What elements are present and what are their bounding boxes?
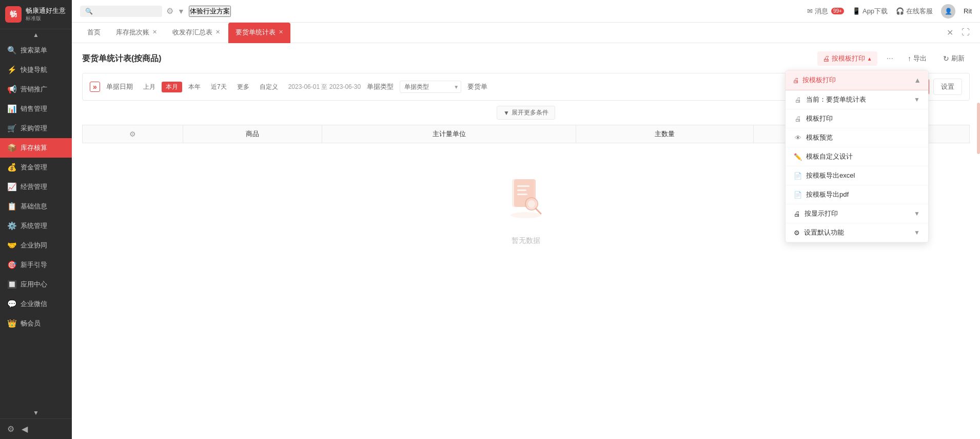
export-btn-label: 导出 (913, 54, 927, 63)
refresh-icon: ↻ (943, 54, 949, 63)
sidebar-item-label: 基础信息 (21, 202, 47, 211)
operations-icon: 📈 (7, 182, 16, 192)
app-download-btn[interactable]: 📱 App下载 (852, 7, 888, 16)
topbar-search[interactable]: 🔍 (80, 6, 162, 17)
table-col-unit-label: 主计量单位 (433, 130, 466, 138)
sidebar-item-search[interactable]: 🔍 搜索菜单 (0, 41, 72, 60)
svg-line-8 (536, 208, 541, 214)
dropdown-close-btn[interactable]: ▲ (914, 76, 921, 84)
sidebar-item-system[interactable]: ⚙️ 系统管理 (0, 216, 72, 236)
user-avatar[interactable]: 👤 (941, 4, 955, 18)
scroll-indicator[interactable] (977, 103, 980, 154)
sidebar-collapse-icon[interactable]: ◀ (22, 424, 28, 434)
filter-type-select[interactable]: 单据类型 (400, 81, 461, 93)
filter-date-this-year[interactable]: 本年 (184, 82, 205, 92)
sidebar-scroll-down[interactable]: ▼ (0, 407, 72, 418)
basic-icon: 📋 (7, 202, 16, 211)
dropdown-export-excel[interactable]: 📄 按模板导出excel (786, 166, 928, 185)
filter-date-last-month[interactable]: 上月 (139, 82, 160, 92)
filter-date-this-month[interactable]: 本月 (162, 82, 182, 92)
filter-date-btns: 上月 本月 本年 近7天 更多 自定义 (139, 82, 282, 92)
tab-receipt-summary[interactable]: 收发存汇总表 ✕ (165, 23, 227, 43)
tab-inventory-batch-close[interactable]: ✕ (152, 29, 157, 35)
dropdown-current-left: 🖨 当前：要货单统计表 (794, 95, 866, 104)
dropdown-export-pdf[interactable]: 📄 按模板导出pdf (786, 185, 928, 204)
tab-receipt-summary-label: 收发存汇总表 (172, 28, 212, 37)
sidebar-header: 畅 畅康通好生意 标准版 (0, 0, 72, 29)
finance-icon: 💰 (7, 163, 16, 172)
sidebar-scroll-up[interactable]: ▲ (0, 29, 72, 41)
topbar-dropdown-icon[interactable]: ▼ (178, 7, 185, 15)
settings-btn[interactable]: 设置 (933, 79, 962, 95)
display-print-arrow: ▼ (914, 210, 920, 217)
topbar-left: 🔍 ⚙ ▼ 体验行业方案 (80, 6, 231, 17)
app-download-label: App下载 (863, 7, 888, 16)
download-icon: 📱 (852, 7, 860, 15)
sidebar-item-finance[interactable]: 💰 资金管理 (0, 158, 72, 177)
system-icon: ⚙️ (7, 221, 16, 231)
tab-receipt-summary-close[interactable]: ✕ (215, 29, 220, 35)
sidebar-item-label: 畅会员 (21, 319, 41, 328)
topbar-right: ✉ 消息 99+ 📱 App下载 🎧 在线客服 👤 Rit (807, 4, 972, 18)
export-btn[interactable]: ↑ 导出 (903, 51, 932, 66)
sidebar-item-label: 系统管理 (21, 221, 47, 231)
collab-icon: 🤝 (7, 241, 16, 250)
print-btn[interactable]: 🖨 按模板打印 ▲ (817, 51, 877, 66)
dropdown-export-pdf-label: 按模板导出pdf (806, 190, 849, 199)
tab-order-stats-close[interactable]: ✕ (279, 29, 283, 35)
sales-icon: 📊 (7, 104, 16, 113)
sidebar-item-member[interactable]: 👑 畅会员 (0, 314, 72, 333)
sidebar-item-marketing[interactable]: 📢 营销推广 (0, 80, 72, 99)
refresh-btn-label: 刷新 (951, 54, 965, 63)
message-icon: ✉ (807, 7, 813, 15)
dropdown-template-preview[interactable]: 👁 模板预览 (786, 128, 928, 147)
sidebar-item-wechat[interactable]: 💬 企业微信 (0, 294, 72, 314)
sidebar-item-sales[interactable]: 📊 销售管理 (0, 99, 72, 119)
sidebar-item-label: 应用中心 (21, 280, 47, 289)
dropdown-template-print[interactable]: 🖨 模板打印 (786, 109, 928, 128)
sidebar-item-guide[interactable]: 🎯 新手引导 (0, 255, 72, 275)
sidebar-item-basic[interactable]: 📋 基础信息 (0, 197, 72, 216)
tab-close-all-btn[interactable]: ✕ (945, 26, 955, 40)
dropdown-current-template[interactable]: 🖨 当前：要货单统计表 ▼ (786, 90, 928, 109)
tab-home[interactable]: 首页 (80, 23, 108, 43)
messages-btn[interactable]: ✉ 消息 99+ (807, 7, 844, 16)
filter-date-more[interactable]: 更多 (233, 82, 253, 92)
print-dropdown-panel: 🖨 按模板打印 ▲ 🖨 当前：要货单统计表 ▼ (785, 70, 929, 243)
more-icon[interactable]: ··· (884, 53, 896, 64)
dropdown-print-icon: 🖨 (793, 77, 799, 84)
sidebar-item-purchase[interactable]: 🛒 采购管理 (0, 119, 72, 138)
refresh-btn[interactable]: ↻ 刷新 (938, 51, 970, 66)
industry-btn[interactable]: 体验行业方案 (189, 6, 231, 17)
online-service-btn[interactable]: 🎧 在线客服 (896, 7, 933, 16)
dropdown-template-print-label: 模板打印 (806, 114, 833, 123)
expand-more-icon: ▼ (503, 109, 509, 117)
sidebar-item-apps[interactable]: 🔲 应用中心 (0, 275, 72, 294)
sidebar-item-inventory[interactable]: 📦 库存核算 (0, 138, 72, 158)
dropdown-template-design[interactable]: ✏️ 模板自定义设计 (786, 147, 928, 166)
sidebar-item-collab[interactable]: 🤝 企业协同 (0, 236, 72, 255)
sidebar-item-quick-nav[interactable]: ⚡ 快捷导航 (0, 60, 72, 80)
filter-date-7days[interactable]: 近7天 (207, 82, 231, 92)
sidebar-item-label: 资金管理 (21, 163, 47, 172)
table-col-quantity-label: 主数量 (655, 130, 675, 138)
expand-more-btn[interactable]: ▼ 展开更多条件 (497, 106, 555, 120)
dropdown-display-print[interactable]: 🖨 按显示打印 ▼ (786, 204, 928, 223)
tab-order-stats-label: 要货单统计表 (236, 28, 276, 37)
table-settings-icon[interactable]: ⚙ (129, 130, 136, 138)
online-service-label: 在线客服 (906, 7, 933, 16)
filter-date-custom[interactable]: 自定义 (256, 82, 282, 92)
filter-date-range: 2023-06-01 至 2023-06-30 (288, 83, 361, 91)
sidebar-item-operations[interactable]: 📈 经营管理 (0, 177, 72, 197)
filter-expand-icon[interactable]: » (90, 82, 100, 92)
tab-order-stats[interactable]: 要货单统计表 ✕ (228, 23, 290, 43)
tab-maximize-btn[interactable]: ⛶ (959, 26, 972, 40)
sidebar-item-label: 企业协同 (21, 241, 47, 250)
sidebar-settings-icon[interactable]: ⚙ (7, 424, 14, 434)
topbar-settings-icon[interactable]: ⚙ (166, 6, 173, 16)
sidebar-item-label: 营销推广 (21, 85, 47, 94)
tab-inventory-batch[interactable]: 库存批次账 ✕ (109, 23, 164, 43)
dropdown-set-default[interactable]: ⚙ 设置默认功能 ▼ (786, 223, 928, 242)
filter-type-label: 单据类型 (367, 82, 394, 91)
sidebar-item-label: 库存核算 (21, 143, 47, 152)
